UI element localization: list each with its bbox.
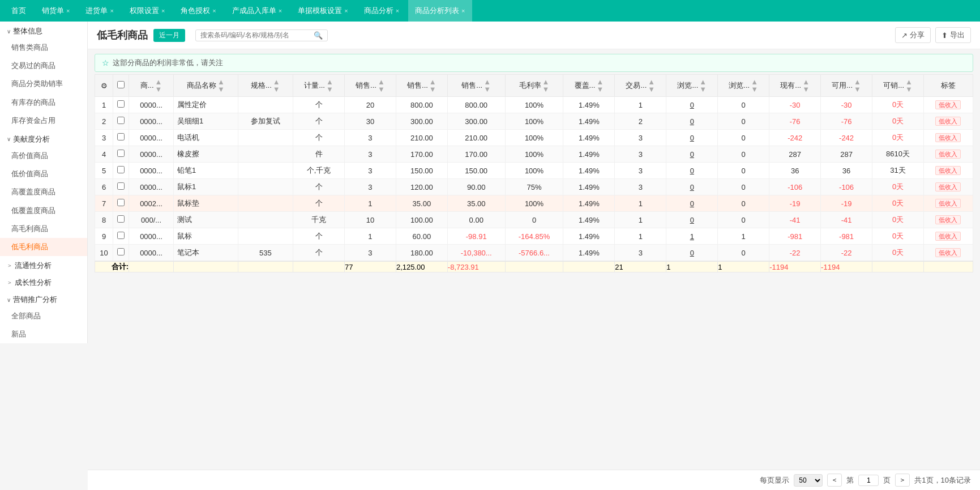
row-name[interactable]: 吴细细1 (174, 113, 238, 130)
sidebar-group-整体信息[interactable]: ∨整体信息 (0, 22, 87, 39)
col-tag[interactable]: 标签 (923, 75, 973, 97)
row-name[interactable]: 鼠标垫 (174, 195, 238, 212)
row-view1[interactable]: 0 (666, 245, 718, 262)
row-check[interactable] (113, 179, 129, 195)
nav-item-销货单[interactable]: 销货单× (35, 0, 76, 22)
nav-close-icon[interactable]: × (66, 7, 70, 14)
sidebar-item-库存资金占用[interactable]: 库存资金占用 (0, 112, 87, 130)
row-check[interactable] (113, 130, 129, 146)
row-check[interactable] (113, 163, 129, 179)
row-check[interactable] (113, 212, 129, 228)
sidebar-item-商品分类助销率[interactable]: 商品分类助销率 (0, 75, 87, 93)
nav-close-icon[interactable]: × (396, 7, 399, 14)
nav-close-icon[interactable]: × (279, 7, 282, 14)
row-view1[interactable]: 0 (666, 163, 718, 179)
nav-item-角色授权[interactable]: 角色授权× (174, 0, 222, 22)
select-all-checkbox[interactable] (117, 81, 125, 88)
sidebar-item-低毛利商品[interactable]: 低毛利商品 (0, 238, 87, 256)
row-name[interactable]: 笔记本 (174, 245, 238, 262)
nav-close-icon[interactable]: × (212, 7, 216, 14)
page-number-input[interactable] (858, 475, 879, 486)
row-check[interactable] (113, 97, 129, 113)
nav-item-首页[interactable]: 首页 (5, 0, 33, 22)
row-name[interactable]: 橡皮擦 (174, 146, 238, 163)
row-name[interactable]: 电话机 (174, 130, 238, 146)
col-name[interactable]: 商品名称▲▼ (174, 75, 238, 97)
col-saleable[interactable]: 可销...▲▼ (872, 75, 924, 97)
search-icon[interactable]: 🔍 (314, 31, 323, 40)
sidebar-group-成长性分析[interactable]: ＞成长性分析 (0, 273, 87, 290)
row-check[interactable] (113, 195, 129, 212)
row-checkbox[interactable] (117, 150, 125, 157)
sidebar-item-销售类商品[interactable]: 销售类商品 (0, 39, 87, 57)
row-view1[interactable]: 0 (666, 130, 718, 146)
col-view2[interactable]: 浏览...▲▼ (718, 75, 769, 97)
sidebar-item-有库存的商品[interactable]: 有库存的商品 (0, 93, 87, 112)
row-checkbox[interactable] (117, 232, 125, 239)
row-checkbox[interactable] (117, 166, 125, 173)
col-checkbox[interactable] (113, 75, 129, 97)
col-view1[interactable]: 浏览...▲▼ (666, 75, 718, 97)
row-view1[interactable]: 0 (666, 97, 718, 113)
col-gross-margin[interactable]: 毛利率▲▼ (505, 75, 563, 97)
sidebar-item-高毛利商品[interactable]: 高毛利商品 (0, 220, 87, 238)
sidebar-item-交易过的商品[interactable]: 交易过的商品 (0, 57, 87, 75)
sidebar-item-新品[interactable]: 新品 (0, 325, 87, 343)
nav-item-商品分析[interactable]: 商品分析× (357, 0, 406, 22)
col-sales-amount[interactable]: 销售...▲▼ (447, 75, 505, 97)
nav-close-icon[interactable]: × (461, 7, 465, 14)
col-transaction[interactable]: 交易...▲▼ (615, 75, 666, 97)
next-page-button[interactable]: ＞ (895, 474, 910, 487)
col-available[interactable]: 可用...▲▼ (821, 75, 872, 97)
nav-item-进货单[interactable]: 进货单× (79, 0, 120, 22)
nav-item-产成品入库单[interactable]: 产成品入库单× (225, 0, 289, 22)
row-checkbox[interactable] (117, 199, 125, 206)
sidebar-item-高覆盖度商品[interactable]: 高覆盖度商品 (0, 183, 87, 201)
col-sales-count[interactable]: 销售...▲▼ (344, 75, 396, 97)
nav-item-商品分析列表[interactable]: 商品分析列表× (408, 0, 472, 22)
row-name[interactable]: 测试 (174, 212, 238, 228)
col-code[interactable]: 商...▲▼ (129, 75, 174, 97)
nav-close-icon[interactable]: × (161, 7, 165, 14)
row-check[interactable] (113, 245, 129, 262)
row-checkbox[interactable] (117, 248, 125, 255)
row-name[interactable]: 鼠标1 (174, 179, 238, 195)
prev-page-button[interactable]: ＜ (827, 474, 842, 487)
row-check[interactable] (113, 113, 129, 130)
sidebar-item-全部商品[interactable]: 全部商品 (0, 307, 87, 325)
row-view1[interactable]: 0 (666, 113, 718, 130)
row-check[interactable] (113, 146, 129, 163)
col-unit[interactable]: 计量...▲▼ (293, 75, 345, 97)
row-view1[interactable]: 0 (666, 146, 718, 163)
search-input[interactable] (200, 31, 314, 39)
row-checkbox[interactable] (117, 117, 125, 124)
export-button[interactable]: ⬆ 导出 (935, 27, 971, 43)
nav-close-icon[interactable]: × (344, 7, 348, 14)
row-checkbox[interactable] (117, 182, 125, 190)
sidebar-item-低覆盖度商品[interactable]: 低覆盖度商品 (0, 202, 87, 220)
col-current[interactable]: 现有...▲▼ (769, 75, 821, 97)
row-view1[interactable]: 1 (666, 228, 718, 245)
col-settings[interactable]: ⚙ (95, 75, 113, 97)
sidebar-group-流通性分析[interactable]: ＞流通性分析 (0, 256, 87, 273)
row-view1[interactable]: 0 (666, 179, 718, 195)
row-name[interactable]: 铅笔1 (174, 163, 238, 179)
nav-item-权限设置[interactable]: 权限设置× (123, 0, 172, 22)
row-view1[interactable]: 0 (666, 212, 718, 228)
col-spec[interactable]: 规格...▲▼ (238, 75, 293, 97)
share-button[interactable]: ↗ 分享 (895, 27, 931, 43)
page-size-select[interactable]: 50 100 200 (794, 474, 823, 487)
nav-item-单据模板设置[interactable]: 单据模板设置× (291, 0, 354, 22)
sidebar-item-低价值商品[interactable]: 低价值商品 (0, 165, 87, 183)
row-check[interactable] (113, 228, 129, 245)
filter-button[interactable]: 近一月 (153, 29, 185, 42)
col-coverage[interactable]: 覆盖...▲▼ (563, 75, 615, 97)
row-checkbox[interactable] (117, 133, 125, 140)
row-name[interactable]: 属性定价 (174, 97, 238, 113)
row-name[interactable]: 鼠标 (174, 228, 238, 245)
row-checkbox[interactable] (117, 100, 125, 108)
sidebar-group-美献度分析[interactable]: ∨美献度分析 (0, 130, 87, 147)
nav-close-icon[interactable]: × (110, 7, 113, 14)
sidebar-group-营销推广分析[interactable]: ∨营销推广分析 (0, 290, 87, 307)
row-view1[interactable]: 0 (666, 195, 718, 212)
